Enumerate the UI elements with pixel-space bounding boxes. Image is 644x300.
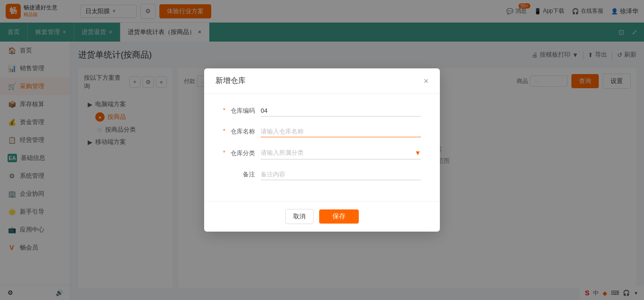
code-input[interactable] <box>261 105 421 117</box>
modal-header: 新增仓库 × <box>204 68 440 94</box>
modal-overlay: 新增仓库 × 仓库编码 仓库名称 仓库分类 请输入所属分类 ▼ <box>0 0 644 300</box>
category-select[interactable]: 请输入所属分类 ▼ <box>261 147 421 159</box>
cancel-button[interactable]: 取消 <box>285 209 314 224</box>
remark-label: 备注 <box>223 170 261 179</box>
modal-close-button[interactable]: × <box>423 77 429 85</box>
form-row-category: 仓库分类 请输入所属分类 ▼ <box>223 147 421 159</box>
code-label: 仓库编码 <box>223 107 261 115</box>
category-dropdown-icon: ▼ <box>414 149 421 157</box>
new-warehouse-modal: 新增仓库 × 仓库编码 仓库名称 仓库分类 请输入所属分类 ▼ <box>204 68 440 232</box>
form-row-remark: 备注 <box>223 169 421 180</box>
name-input[interactable] <box>261 126 421 137</box>
category-placeholder: 请输入所属分类 <box>261 149 304 157</box>
modal-title: 新增仓库 <box>215 76 246 86</box>
form-row-code: 仓库编码 <box>223 105 421 117</box>
save-button[interactable]: 保存 <box>319 209 359 224</box>
name-label: 仓库名称 <box>223 127 261 136</box>
remark-input[interactable] <box>261 169 421 180</box>
modal-footer: 取消 保存 <box>204 201 440 232</box>
form-row-name: 仓库名称 <box>223 126 421 137</box>
category-label: 仓库分类 <box>223 149 261 158</box>
modal-body: 仓库编码 仓库名称 仓库分类 请输入所属分类 ▼ 备注 <box>204 94 440 201</box>
